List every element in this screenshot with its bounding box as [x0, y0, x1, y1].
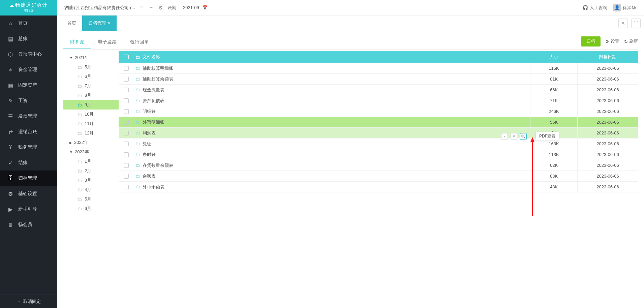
row-checkbox[interactable] [124, 163, 129, 168]
file-size: 55K [530, 117, 577, 127]
sidebar-icon: 🗄 [7, 175, 13, 181]
table-row[interactable]: 🗀序时账113K2023-06-06 [119, 149, 638, 160]
tree-month-0-2[interactable]: 🗀7月 [63, 81, 119, 91]
row-checkbox[interactable] [124, 131, 129, 135]
view-pdf-icon[interactable]: 🔍 [520, 133, 527, 140]
file-icon: 🗀 [135, 174, 140, 179]
table-row[interactable]: 🗀凭证163K2023-06-06 [119, 138, 638, 149]
folder-icon: 🗀 [78, 168, 82, 174]
export-pdf-icon[interactable]: P [511, 133, 517, 140]
month-label: 11月 [85, 121, 94, 127]
table-row[interactable]: 🗀存货数量余额表62K2023-06-06 [119, 160, 638, 171]
tree-month-2-2[interactable]: 🗀3月 [63, 176, 119, 185]
sidebar-item-0[interactable]: ⌂首页 [0, 16, 57, 31]
file-icon: 🗀 [135, 120, 140, 125]
sidebar-item-12[interactable]: ▶新手引导 [0, 202, 57, 217]
select-all-checkbox[interactable] [124, 55, 129, 59]
sub-tab-1[interactable]: 电子发票 [91, 36, 123, 49]
gear-icon[interactable]: ⚙ [158, 5, 163, 11]
company-name[interactable]: (勿删) 江西报宝精品有限责任公司 (... [63, 5, 135, 11]
tooltip: PDF查看 [535, 132, 559, 141]
sidebar-item-11[interactable]: ⚙基础设置 [0, 186, 57, 202]
archive-button[interactable]: 归档 [581, 36, 601, 47]
sub-tab-0[interactable]: 财务账 [63, 36, 91, 49]
row-checkbox[interactable] [124, 174, 129, 179]
sidebar-item-13[interactable]: ♛畅会员 [0, 217, 57, 233]
export-excel-icon[interactable]: x [501, 133, 508, 140]
settings-link[interactable]: ⚙设置 [605, 38, 619, 44]
table-row[interactable]: 🗀外币明细账55K2023-06-06 [119, 117, 638, 128]
sidebar-icon: ⎈ [7, 67, 13, 73]
row-checkbox[interactable] [124, 152, 129, 157]
tab-label: 归档管理 [88, 20, 106, 26]
table-row[interactable]: 🗀余额表83K2023-06-06 [119, 171, 638, 182]
sidebar-label: 固定资产 [18, 82, 37, 88]
sidebar-item-4[interactable]: ▦固定资产 [0, 78, 57, 93]
tree-month-2-3[interactable]: 🗀4月 [63, 185, 119, 194]
tree-year-2[interactable]: ▼2023年 [63, 147, 119, 157]
file-size: 62K [530, 160, 577, 171]
row-checkbox[interactable] [124, 109, 129, 114]
file-icon: 🗀 [135, 163, 140, 168]
refresh-link[interactable]: ↻刷新 [624, 38, 638, 44]
folder-icon: 🗀 [78, 65, 82, 70]
sidebar-label: 新手引导 [18, 206, 37, 212]
calendar-icon[interactable]: 📅 [202, 5, 208, 10]
tree-month-0-3[interactable]: 🗀8月 [63, 91, 119, 100]
row-checkbox[interactable] [124, 88, 129, 92]
gear-icon: ⚙ [605, 39, 609, 44]
user-menu[interactable]: 👤 徐泽华 [613, 4, 636, 11]
sidebar-item-1[interactable]: ▤总账 [0, 31, 57, 47]
chevron-down-icon[interactable]: ﹀ [140, 5, 144, 10]
table-row[interactable]: 🗀明细账246K2023-06-06 [119, 106, 638, 117]
file-name: 资产负债表 [143, 98, 164, 104]
row-checkbox[interactable] [124, 98, 129, 103]
page-tab-0[interactable]: 首页 [61, 16, 82, 31]
table-row[interactable]: 🗀辅助核算余额表81K2023-06-06 [119, 74, 638, 85]
close-icon[interactable]: × [108, 21, 111, 26]
row-checkbox[interactable] [124, 185, 129, 189]
tree-month-2-1[interactable]: 🗀2月 [63, 166, 119, 176]
sidebar-item-3[interactable]: ⎈资金管理 [0, 62, 57, 78]
fullscreen-button[interactable]: ⛶ [631, 19, 641, 28]
support-link[interactable]: 🎧 人工咨询 [583, 5, 607, 11]
table-row[interactable]: 🗀现金流量表66K2023-06-06 [119, 85, 638, 95]
tree-month-2-5[interactable]: 🗀6月 [63, 204, 119, 213]
file-size: 48K [530, 182, 577, 192]
sidebar-item-10[interactable]: 🗄归档管理 [0, 171, 57, 186]
tree-month-0-6[interactable]: 🗀11月 [63, 119, 119, 128]
sidebar-item-2[interactable]: ⬡云报表中心 [0, 47, 57, 62]
tree-month-0-1[interactable]: 🗀6月 [63, 72, 119, 81]
table-row[interactable]: 🗀辅助核算明细账116K2023-06-06 [119, 63, 638, 74]
sidebar-item-9[interactable]: ✓结账 [0, 155, 57, 171]
tree-month-2-4[interactable]: 🗀5月 [63, 194, 119, 204]
sidebar-unpin[interactable]: ↔取消固定 [0, 295, 57, 308]
tree-month-2-0[interactable]: 🗀1月 [63, 157, 119, 166]
sidebar-item-7[interactable]: ⇄进销台账 [0, 124, 57, 140]
tree-month-0-5[interactable]: 🗀10月 [63, 110, 119, 119]
sidebar-item-8[interactable]: ¥税务管理 [0, 140, 57, 155]
sidebar-item-6[interactable]: ☰发票管理 [0, 109, 57, 124]
row-checkbox[interactable] [124, 142, 129, 146]
sidebar-item-5[interactable]: ✎工资 [0, 93, 57, 109]
table-row[interactable]: 🗀资产负债表71K2023-06-06 [119, 95, 638, 106]
tree-year-1[interactable]: ▶2022年 [63, 138, 119, 147]
close-tab-button[interactable]: ✕ [618, 19, 628, 28]
row-checkbox[interactable] [124, 120, 129, 125]
period-value[interactable]: 2021-09 [183, 5, 199, 10]
table-row[interactable]: 🗀利润表2K2023-06-06 [119, 128, 638, 138]
row-checkbox[interactable] [124, 77, 129, 82]
tree-month-0-0[interactable]: 🗀5月 [63, 62, 119, 72]
page-tab-1[interactable]: 归档管理× [82, 16, 117, 31]
month-label: 3月 [85, 177, 91, 183]
plus-icon[interactable]: ＋ [149, 4, 154, 11]
month-label: 2月 [85, 168, 91, 174]
tree-month-0-4[interactable]: 🗀9月 [63, 100, 119, 110]
row-checkbox[interactable] [124, 66, 129, 71]
col-name: 文件名称 [143, 54, 160, 60]
sub-tab-2[interactable]: 银行回单 [123, 36, 156, 49]
sidebar-label: 资金管理 [18, 67, 37, 73]
table-row[interactable]: 🗀外币余额表48K2023-06-06 [119, 182, 638, 192]
tree-month-0-7[interactable]: 🗀12月 [63, 128, 119, 138]
tree-year-0[interactable]: ▼2021年 [63, 53, 119, 62]
